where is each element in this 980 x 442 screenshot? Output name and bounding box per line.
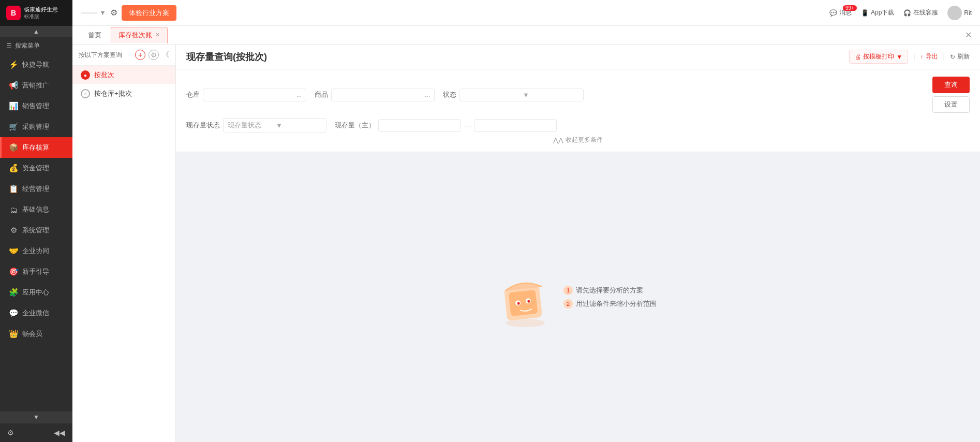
- industry-btn[interactable]: 体验行业方案: [122, 5, 176, 21]
- collapse-panel-btn[interactable]: 《: [162, 50, 169, 60]
- empty-icon: [499, 271, 551, 323]
- sidebar-item-label: 基础信息: [22, 205, 49, 214]
- add-scheme-btn[interactable]: +: [135, 50, 145, 60]
- sidebar-item-label: 应用中心: [22, 288, 49, 297]
- finance-icon: 💰: [9, 164, 18, 173]
- tip-num-2: 2: [563, 299, 573, 308]
- sidebar-item-inventory[interactable]: 📦 库存核算: [0, 137, 72, 158]
- inventory-icon: 📦: [9, 143, 18, 152]
- newbie-icon: 🎯: [9, 267, 18, 276]
- product-input[interactable]: [336, 91, 423, 99]
- filter-stock-qty: 现存量（主） —: [335, 119, 557, 132]
- empty-illustration: [499, 271, 551, 328]
- stock-qty-min-wrap[interactable]: [378, 119, 461, 132]
- topbar-gear-icon[interactable]: ⚙: [110, 8, 117, 18]
- sidebar-item-purchase[interactable]: 🛒 采购管理: [0, 116, 72, 137]
- tab-home[interactable]: 首页: [81, 27, 109, 43]
- apps-icon: 🧩: [9, 288, 18, 297]
- sidebar-item-label: 畅会员: [22, 329, 42, 338]
- status-select[interactable]: ▼: [459, 89, 584, 101]
- export-btn[interactable]: ↑ 导出: [920, 52, 938, 61]
- tip-num-1: 1: [563, 286, 573, 295]
- stock-qty-max-input[interactable]: [479, 122, 510, 129]
- system-icon: ⚙: [9, 226, 18, 235]
- sidebar-scroll-down[interactable]: ▼: [0, 411, 72, 423]
- sidebar-item-label: 新手引导: [22, 267, 49, 276]
- print-btn[interactable]: 🖨 按模板打印 ▼: [849, 50, 908, 64]
- filter-row-2: 现存量状态 现存量状态 ▼ 现存量（主） —: [186, 118, 970, 132]
- settings-icon[interactable]: ⚙: [7, 429, 14, 437]
- sidebar-item-enterprise[interactable]: 🤝 企业协同: [0, 241, 72, 261]
- app-edition: 标准版: [24, 13, 58, 20]
- empty-state: 1 请先选择要分析的方案 2 用过滤条件来缩小分析范围: [176, 152, 980, 442]
- filter-warehouse: 仓库 ...: [186, 89, 306, 101]
- product-input-wrap[interactable]: ...: [331, 89, 435, 101]
- main-content: ▼ ⚙ 体验行业方案 💬 消息 99+ 📱 App下载 🎧 在线客服 Rit: [72, 0, 980, 442]
- scheme-inactive-icon: ○: [81, 89, 90, 98]
- page-container: 按以下方案查询 + ⚙ 《 ● 按批次 ○ 按仓库+批次 现存量查询(按批次): [72, 45, 980, 442]
- tab-batch-account[interactable]: 库存批次账 ✕: [111, 27, 168, 43]
- enterprise-icon: 🤝: [9, 246, 18, 256]
- warehouse-more-icon[interactable]: ...: [296, 91, 302, 98]
- company-name: 畅康通好生意: [24, 6, 58, 13]
- user-name: Rit: [964, 9, 972, 17]
- tab-home-label: 首页: [88, 31, 101, 40]
- stock-qty-max-wrap[interactable]: [474, 119, 557, 132]
- sidebar-scroll-up[interactable]: ▲: [0, 26, 72, 37]
- app-logo-icon: B: [6, 6, 21, 20]
- warehouse-input[interactable]: [207, 91, 294, 99]
- purchase-icon: 🛒: [9, 122, 18, 131]
- stock-status-placeholder: 现存量状态: [228, 121, 274, 130]
- sidebar-item-marketing[interactable]: 📢 营销推广: [0, 75, 72, 96]
- query-btn[interactable]: 查询: [932, 77, 970, 93]
- messages-btn[interactable]: 💬 消息 99+: [829, 8, 852, 17]
- messages-badge: 99+: [843, 5, 857, 11]
- sidebar-item-finance[interactable]: 💰 资金管理: [0, 158, 72, 179]
- sidebar-item-newbie[interactable]: 🎯 新手引导: [0, 261, 72, 282]
- setting-btn[interactable]: 设置: [932, 96, 970, 113]
- sidebar-item-quick-nav[interactable]: ⚡ 快捷导航: [0, 54, 72, 75]
- divider: |: [913, 53, 915, 61]
- stock-status-chevron-down-icon: ▼: [276, 122, 322, 129]
- sidebar-item-sales[interactable]: 📊 销售管理: [0, 96, 72, 116]
- breadcrumb-text: [81, 12, 97, 14]
- filter-status: 状态 ▼: [443, 89, 584, 101]
- print-chevron-down-icon: ▼: [896, 53, 902, 61]
- topbar-right: 💬 消息 99+ 📱 App下载 🎧 在线客服 Rit: [829, 6, 972, 20]
- sidebar-item-apps[interactable]: 🧩 应用中心: [0, 282, 72, 303]
- sidebar-item-member[interactable]: 👑 畅会员: [0, 323, 72, 344]
- product-more-icon[interactable]: ...: [425, 91, 430, 98]
- chevron-down-icon: ▼: [99, 9, 106, 17]
- sidebar-bottom: ⚙ ◀◀: [0, 423, 72, 442]
- online-service-btn[interactable]: 🎧 在线客服: [903, 8, 938, 17]
- stock-qty-dash: —: [464, 122, 471, 129]
- filter-stock-status: 现存量状态 现存量状态 ▼: [186, 118, 326, 132]
- tab-close-icon[interactable]: ✕: [155, 32, 160, 38]
- sidebar-search[interactable]: ☰ 搜索菜单: [0, 37, 72, 54]
- stock-qty-label: 现存量（主）: [335, 121, 375, 130]
- sidebar-item-basic[interactable]: 🗂 基础信息: [0, 199, 72, 220]
- page-title: 现存量查询(按批次): [186, 51, 267, 63]
- refresh-btn[interactable]: ↻ 刷新: [950, 52, 970, 61]
- collapse-more-btn[interactable]: ⋀⋀ 收起更多条件: [186, 132, 970, 144]
- tip-text-1: 请先选择要分析的方案: [576, 286, 643, 295]
- sidebar-item-label: 系统管理: [22, 226, 49, 235]
- scheme-item-by-batch[interactable]: ● 按批次: [72, 66, 175, 84]
- warehouse-input-wrap[interactable]: ...: [203, 89, 306, 101]
- left-panel: 按以下方案查询 + ⚙ 《 ● 按批次 ○ 按仓库+批次: [72, 45, 176, 442]
- sidebar-item-system[interactable]: ⚙ 系统管理: [0, 220, 72, 241]
- chevron-up-icon: ⋀⋀: [553, 137, 563, 144]
- user-avatar: [947, 6, 962, 20]
- scheme-label: 按仓库+批次: [94, 89, 132, 98]
- panel-close-btn[interactable]: ✕: [965, 30, 972, 40]
- scheme-setting-btn[interactable]: ⚙: [149, 50, 159, 60]
- sidebar-item-wechat[interactable]: 💬 企业微信: [0, 303, 72, 323]
- scheme-item-by-warehouse-batch[interactable]: ○ 按仓库+批次: [72, 84, 175, 103]
- app-download-btn[interactable]: 📱 App下载: [861, 8, 894, 17]
- sidebar-item-operations[interactable]: 📋 经营管理: [0, 179, 72, 199]
- sidebar-search-label: 搜索菜单: [15, 41, 40, 50]
- user-menu[interactable]: Rit: [947, 6, 972, 20]
- toggle-sidebar-icon[interactable]: ◀◀: [54, 429, 65, 437]
- stock-status-select[interactable]: 现存量状态 ▼: [223, 118, 326, 132]
- stock-qty-min-input[interactable]: [383, 122, 414, 129]
